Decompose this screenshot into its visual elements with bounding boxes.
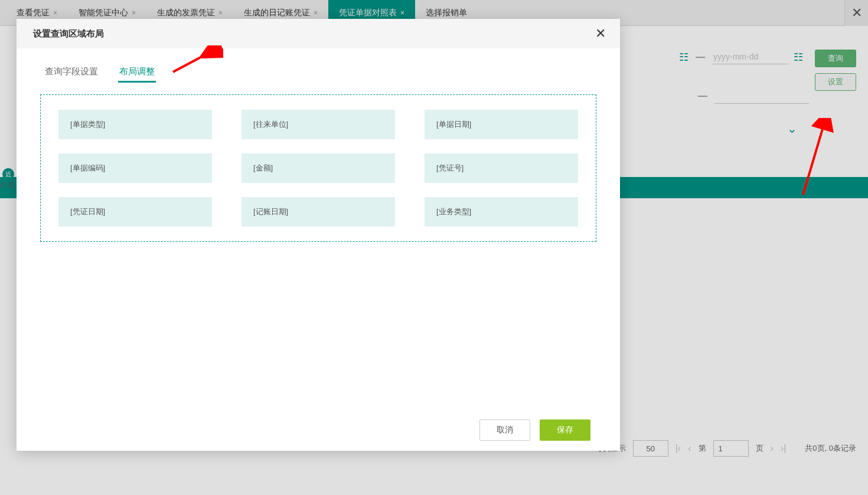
- cell-label: [往来单位]: [253, 119, 288, 130]
- layout-grid: [单据类型] [往来单位] [单据日期] [单据编码] [金额] [凭证号] […: [40, 94, 596, 242]
- tab-layout-adjust[interactable]: 布局调整: [118, 63, 156, 83]
- layout-cell-voucher-no[interactable]: [凭证号]: [425, 153, 578, 183]
- layout-cell-doc-type[interactable]: [单据类型]: [58, 110, 212, 139]
- save-button[interactable]: 保存: [540, 419, 590, 441]
- layout-cell-posting-date[interactable]: [记账日期]: [242, 197, 395, 227]
- tab-label: 查询字段设置: [45, 66, 98, 76]
- modal-body: 查询字段设置 布局调整 [单据类型] [往来单位] [单据日期] [单据编码] …: [17, 48, 620, 409]
- cell-label: [业务类型]: [436, 206, 471, 217]
- layout-cell-doc-date[interactable]: [单据日期]: [425, 110, 578, 139]
- layout-settings-modal: 设置查询区域布局 ✕ 查询字段设置 布局调整 [单据类型] [往来单位] [单据…: [17, 19, 620, 451]
- button-label: 保存: [557, 425, 573, 435]
- cell-label: [记账日期]: [253, 206, 288, 217]
- close-icon: ✕: [595, 26, 606, 41]
- cell-label: [单据类型]: [70, 119, 105, 130]
- layout-cell-partner[interactable]: [往来单位]: [242, 110, 395, 139]
- layout-cell-voucher-date[interactable]: [凭证日期]: [58, 197, 212, 227]
- modal-footer: 取消 保存: [17, 409, 620, 451]
- cell-label: [单据编码]: [70, 163, 105, 173]
- cell-label: [凭证日期]: [70, 206, 105, 217]
- modal-close-button[interactable]: ✕: [593, 24, 608, 44]
- cell-label: [凭证号]: [436, 163, 464, 173]
- tab-query-fields[interactable]: 查询字段设置: [44, 63, 99, 83]
- layout-cell-biz-type[interactable]: [业务类型]: [425, 197, 578, 227]
- cell-label: [金额]: [253, 163, 273, 173]
- button-label: 取消: [497, 425, 513, 435]
- modal-title: 设置查询区域布局: [33, 28, 104, 40]
- cancel-button[interactable]: 取消: [479, 419, 530, 441]
- layout-cell-doc-code[interactable]: [单据编码]: [58, 153, 212, 183]
- layout-cell-amount[interactable]: [金额]: [242, 153, 395, 183]
- modal-tabs: 查询字段设置 布局调整: [44, 63, 596, 83]
- tab-label: 布局调整: [119, 66, 155, 76]
- modal-header: 设置查询区域布局 ✕: [17, 19, 620, 48]
- cell-label: [单据日期]: [436, 119, 471, 130]
